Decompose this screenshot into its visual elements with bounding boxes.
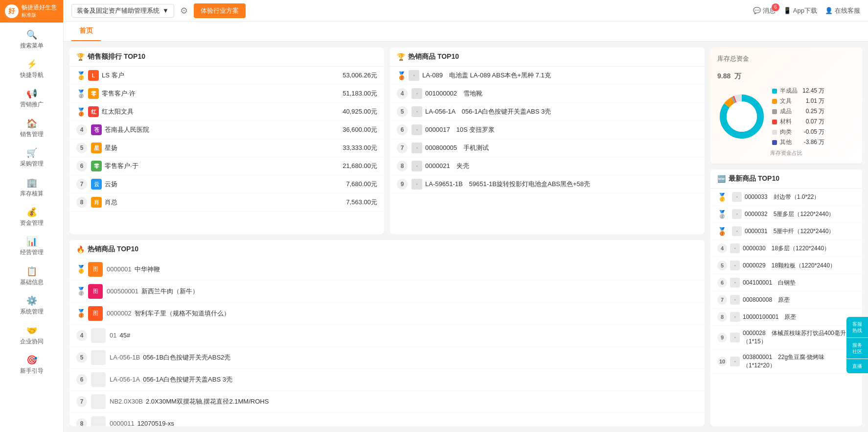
list-item: 7 ▪ 000800008 原垄 — [710, 291, 862, 309]
table-row: 5 ▪ LA-056-1A 056-1A白色按键开关盖ABS 3壳 — [390, 103, 705, 121]
sidebar-item-quicknav[interactable]: ⚡ 快捷导航 — [0, 54, 63, 83]
sidebar-item-label-operations: 经营管理 — [20, 249, 44, 256]
legend-val-other: -3.86 万 — [804, 138, 825, 146]
rank-number: 5 — [717, 261, 727, 270]
sidebar-item-marketing[interactable]: 📢 营销推广 — [0, 83, 63, 113]
operations-icon: 📊 — [26, 236, 37, 247]
latest-header: 🆕 最新商品 TOP10 — [710, 169, 862, 189]
left-panel: 🏆 销售额排行 TOP10 🥇 L LS 客户 53,006.26元 — [69, 48, 705, 426]
sidebar-item-sales[interactable]: 🏠 销售管理 — [0, 113, 63, 143]
system-icon: ⚙️ — [26, 295, 37, 306]
rank-amount: 36,600.00元 — [343, 125, 377, 134]
service-icon: 👤 — [825, 7, 833, 14]
legend-val-semifinished: 12.45 万 — [802, 87, 824, 95]
rank-number: 5 — [76, 143, 87, 153]
list-item: 8 ▪ 10000100001 原垄 — [710, 309, 862, 326]
inventory-unit: 万 — [734, 72, 741, 80]
table-row: 🥇 L LS 客户 53,006.26元 — [69, 67, 384, 85]
list-item: 🥉 图 0000002 智利车子里（规格不知道填什么） — [69, 303, 705, 325]
sidebar-item-search[interactable]: 🔍 搜索菜单 — [0, 24, 63, 54]
sidebar-item-guide[interactable]: 🎯 新手引导 — [0, 350, 63, 379]
rank-name: 肖总 — [105, 198, 346, 207]
sidebar-item-purchase[interactable]: 🛒 采购管理 — [0, 143, 63, 172]
rank-name: 星扬 — [105, 144, 343, 152]
product-thumb — [91, 416, 106, 427]
product-icon: ▪ — [730, 333, 740, 342]
sidebar-item-finance[interactable]: 💰 资金管理 — [0, 202, 63, 231]
table-row: 🥈 零 零售客户·许 51,183.00元 — [69, 85, 384, 103]
sidebar-item-basicinfo[interactable]: 📋 基础信息 — [0, 261, 63, 290]
product-icon: ▪ — [730, 357, 740, 366]
rank-number: 6 — [717, 278, 727, 288]
product-name: 中华神鞭 — [135, 265, 698, 274]
system-selector[interactable]: 装备及固定资产辅助管理系统 ▼ — [71, 4, 174, 18]
gold-medal: 🥇 — [76, 264, 86, 274]
bronze-medal: 🥉 — [76, 309, 86, 318]
product-icon: ▪ — [732, 192, 742, 202]
dropdown-icon: ▼ — [162, 7, 169, 14]
app-download-action[interactable]: 📱 App下载 — [783, 6, 817, 15]
online-service-label: 在线客服 — [835, 6, 860, 15]
legend-item: 其他 -3.86 万 — [772, 138, 824, 146]
rank-number: 8 — [76, 418, 87, 427]
product-thumb — [91, 372, 106, 387]
legend-dot-finished — [772, 109, 777, 114]
product-icon: ▪ — [411, 143, 422, 153]
trial-button[interactable]: 体验行业方案 — [194, 3, 246, 18]
product-info: 0000031 5厘中纤（1220*2440） — [745, 227, 855, 236]
sidebar-item-operations[interactable]: 📊 经营管理 — [0, 231, 63, 261]
main-area: 装备及固定资产辅助管理系统 ▼ ⚙ 体验行业方案 💬 消息 6 📱 App下载 … — [64, 0, 868, 432]
product-info: 000800005 手机测试 — [425, 144, 698, 152]
legend-label-finished: 成品 — [780, 107, 801, 116]
float-buttons: 客服热线 服务社区 直播 — [846, 317, 868, 373]
logo-badge: 标准版 — [22, 12, 57, 19]
donut-chart-wrap: 半成品 12.45 万 文具 1.01 万 成品 0 — [717, 87, 855, 146]
inventory-amount: 9.88 万 — [717, 66, 855, 82]
list-item: 🥈 ▪ 0000032 5厘多层（1220*2440） — [710, 206, 862, 223]
hot-products-card: 🔥 热销商品 TOP10 🥇 图 0000001 中华神鞭 🥈 图 — [69, 240, 705, 427]
settings-button[interactable]: ⚙ — [180, 5, 188, 16]
legend-label-other: 其他 — [780, 138, 799, 146]
sidebar-item-inventory[interactable]: 🏢 库存核算 — [0, 172, 63, 202]
trophy-icon: 🏆 — [76, 53, 85, 61]
customer-service-button[interactable]: 客服热线 — [846, 317, 868, 337]
product-info: LA-089 电池盖 LA-089 ABS本色+黑种 7.1克 — [422, 71, 698, 80]
legend-item: 文具 1.01 万 — [772, 97, 824, 105]
list-item: 4 01 45# — [69, 325, 705, 347]
product-info: 10000100001 原垄 — [743, 313, 855, 321]
system-name: 装备及固定资产辅助管理系统 — [77, 6, 160, 15]
product-name: 2.0X30MM双摆花轴,摆花直径2.1MM/ROHS — [146, 397, 698, 406]
live-button[interactable]: 直播 — [846, 359, 868, 373]
service-community-button[interactable]: 服务社区 — [846, 338, 868, 359]
product-name: 新西兰牛肉（新牛） — [141, 287, 698, 296]
rank-number: 6 — [397, 124, 408, 135]
product-info: 0000028 体械蔗枝味苏打饮品400毫升（1*15） — [743, 329, 855, 346]
tab-home[interactable]: 首页 — [71, 22, 101, 41]
product-icon: ▪ — [730, 295, 740, 305]
legend-label-semifinished: 半成品 — [780, 87, 798, 95]
rank-number: 8 — [717, 312, 727, 322]
sidebar-item-system[interactable]: ⚙️ 系统管理 — [0, 290, 63, 320]
list-item: 6 LA-056-1A 056-1A白色按键开关盖ABS 3壳 — [69, 369, 705, 391]
product-code: 01 — [110, 332, 116, 339]
table-row: 8 ▪ 0000021 夹壳 — [390, 157, 705, 175]
table-row: 6 ▪ 0000017 10S 变扭罗浆 — [390, 121, 705, 139]
rank-name: 云扬 — [105, 180, 346, 189]
svg-point-5 — [727, 101, 757, 132]
product-name: 智利车子里（规格不知道填什么） — [135, 309, 698, 318]
list-item: 9 ▪ 0000028 体械蔗枝味苏打饮品400毫升（1*15） — [710, 326, 862, 350]
rank-number: 5 — [397, 106, 408, 117]
main-grid: 🏆 销售额排行 TOP10 🥇 L LS 客户 53,006.26元 — [69, 48, 862, 426]
rank-number: 7 — [76, 179, 87, 190]
online-service-action[interactable]: 👤 在线客服 — [825, 6, 860, 15]
rank-number: 7 — [397, 143, 408, 153]
rank-amount: 21,680.00元 — [343, 162, 377, 170]
product-info: 0000021 夹壳 — [425, 162, 698, 170]
sidebar-item-enterprise[interactable]: 🤝 企业协同 — [0, 320, 63, 350]
avatar: 苍 — [91, 124, 102, 135]
product-info: 003800001 22g鱼豆腐·烧烤味（1*12*20） — [743, 353, 855, 370]
message-action[interactable]: 💬 消息 6 — [753, 6, 776, 15]
bronze-medal-icon: 🥉 — [397, 71, 407, 80]
inventory-subtitle: 库存资金占比 — [717, 149, 855, 157]
gold-medal: 🥇 — [717, 192, 727, 202]
